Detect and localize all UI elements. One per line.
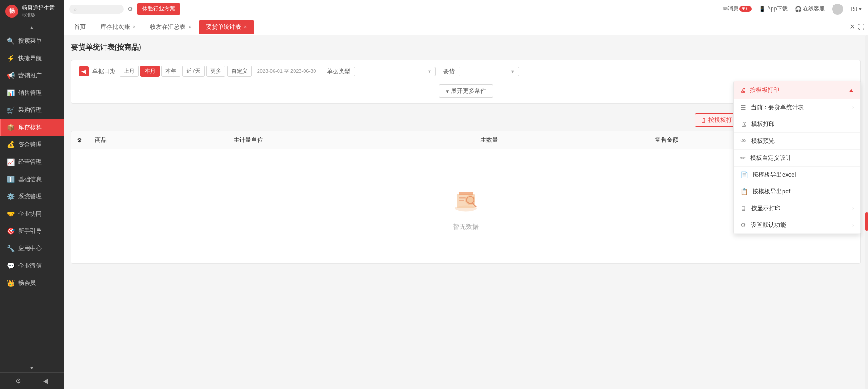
sidebar-item-basic-info[interactable]: ℹ️ 基础信息 bbox=[0, 171, 64, 188]
sidebar-item-purchase[interactable]: 🛒 采购管理 bbox=[0, 101, 64, 119]
sidebar-scroll-down[interactable]: ▼ bbox=[0, 363, 64, 372]
date-btn-last-7days[interactable]: 近7天 bbox=[182, 66, 205, 77]
date-btn-more[interactable]: 更多 bbox=[206, 66, 225, 77]
online-service-item[interactable]: 🎧 在线客服 bbox=[795, 5, 825, 13]
sidebar-item-enterprise[interactable]: 🤝 企业协同 bbox=[0, 205, 64, 222]
tab-receipt-summary-label: 收发存汇总表 bbox=[150, 23, 185, 31]
dropdown-export-pdf-label: 按模板导出pdf bbox=[753, 187, 790, 196]
sidebar-item-label: 系统管理 bbox=[18, 192, 42, 201]
industry-solution-button[interactable]: 体验行业方案 bbox=[137, 3, 180, 15]
tab-receipt-summary-close[interactable]: × bbox=[188, 24, 191, 30]
quick-nav-icon: ⚡ bbox=[7, 55, 15, 62]
sidebar-item-operations[interactable]: 📈 经营管理 bbox=[0, 153, 64, 171]
date-btn-prev-month[interactable]: 上月 bbox=[120, 66, 139, 77]
print-template-dropdown: 🖨 按模板打印 ▲ ☰ 当前：要货单统计表 › 🖨 模板打印 👁 模板预览 ✏ bbox=[733, 81, 861, 234]
sidebar-item-label: 经营管理 bbox=[18, 158, 42, 166]
messages-item[interactable]: ✉ 消息 99+ bbox=[723, 5, 752, 13]
sidebar-scroll-up[interactable]: ▲ bbox=[0, 23, 64, 32]
dropdown-current-template[interactable]: ☰ 当前：要货单统计表 › bbox=[734, 99, 860, 116]
dropdown-set-default[interactable]: ⚙ 设置默认功能 › bbox=[734, 217, 860, 234]
sidebar-item-marketing[interactable]: 📢 营销推广 bbox=[0, 67, 64, 84]
dropdown-export-excel[interactable]: 📄 按模板导出excel bbox=[734, 167, 860, 183]
sidebar-item-label: 畅会员 bbox=[18, 279, 36, 287]
printer-icon: 🖨 bbox=[701, 117, 707, 124]
sidebar-item-inventory[interactable]: 📦 库存核算 bbox=[0, 119, 64, 136]
date-filter-label: 单据日期 bbox=[92, 67, 116, 76]
sidebar-item-sales[interactable]: 📊 销售管理 bbox=[0, 84, 64, 101]
tab-inventory-batch[interactable]: 库存批次账 × bbox=[94, 20, 142, 34]
sidebar-item-system[interactable]: ⚙️ 系统管理 bbox=[0, 188, 64, 205]
dropdown-chevron-up[interactable]: ▲ bbox=[848, 87, 854, 93]
tab-receipt-summary[interactable]: 收发存汇总表 × bbox=[143, 20, 198, 34]
dropdown-template-print[interactable]: 🖨 模板打印 bbox=[734, 116, 860, 133]
table-settings-col[interactable]: ⚙ bbox=[71, 131, 90, 149]
tab-order-stats-close[interactable]: × bbox=[244, 24, 247, 30]
chevron-down-icon: ▼ bbox=[858, 6, 863, 11]
sidebar-item-newbie[interactable]: 🎯 新手引导 bbox=[0, 222, 64, 240]
dropdown-header-left: 🖨 按模板打印 bbox=[740, 86, 779, 94]
marketing-icon: 📢 bbox=[7, 72, 15, 79]
type-filter-label: 单据类型 bbox=[327, 67, 350, 76]
date-btn-current-year[interactable]: 本年 bbox=[161, 66, 180, 77]
sidebar-item-label: 快捷导航 bbox=[18, 54, 42, 62]
svg-rect-6 bbox=[459, 197, 466, 198]
system-icon: ⚙️ bbox=[7, 193, 15, 200]
chevron-down-icon3: ▾ bbox=[446, 88, 449, 95]
avatar bbox=[832, 4, 843, 15]
order-type-select[interactable]: ▼ bbox=[459, 67, 519, 76]
type-filter-select[interactable]: ▼ bbox=[354, 67, 436, 76]
sidebar-item-search[interactable]: 🔍 搜索菜单 bbox=[0, 32, 64, 50]
set-default-left: ⚙ 设置默认功能 bbox=[740, 221, 786, 229]
sidebar-item-app-center[interactable]: 🔧 应用中心 bbox=[0, 240, 64, 257]
dropdown-template-preview-label: 模板预览 bbox=[751, 137, 775, 145]
tab-inventory-batch-close[interactable]: × bbox=[133, 24, 135, 30]
headset-icon: 🎧 bbox=[795, 6, 802, 12]
settings-footer-icon[interactable]: ⚙ bbox=[15, 377, 21, 384]
sidebar-item-quick-nav[interactable]: ⚡ 快捷导航 bbox=[0, 50, 64, 67]
app-download-item[interactable]: 📱 App下载 bbox=[759, 5, 788, 13]
collapse-footer-icon[interactable]: ◀ bbox=[43, 377, 48, 384]
scrollbar-thumb[interactable] bbox=[865, 212, 868, 231]
app-download-label: App下载 bbox=[767, 5, 788, 13]
dropdown-display-print[interactable]: 🖥 按显示打印 › bbox=[734, 200, 860, 217]
user-avatar-item[interactable] bbox=[832, 4, 843, 15]
tab-bar-expand-button[interactable]: ⛶ bbox=[858, 23, 864, 30]
tab-order-stats[interactable]: 要货单统计表 × bbox=[199, 20, 254, 34]
dropdown-template-custom[interactable]: ✏ 模板自定义设计 bbox=[734, 150, 860, 167]
sidebar-item-member[interactable]: 👑 畅会员 bbox=[0, 274, 64, 292]
dropdown-export-pdf[interactable]: 📋 按模板导出pdf bbox=[734, 183, 860, 200]
template-preview-icon: 👁 bbox=[740, 137, 747, 145]
sidebar-item-label: 资金管理 bbox=[18, 141, 42, 149]
dropdown-template-print-label: 模板打印 bbox=[751, 120, 775, 128]
sidebar: 畅 畅康通好生意 标准版 ▲ 🔍 搜索菜单 ⚡ 快捷导航 📢 营销推广 📊 销售… bbox=[0, 0, 64, 389]
newbie-icon: 🎯 bbox=[7, 227, 15, 235]
user-name-item[interactable]: Rit ▼ bbox=[850, 6, 863, 12]
order-type-filter-label: 要货 bbox=[443, 67, 455, 76]
tab-home[interactable]: 首页 bbox=[67, 20, 93, 34]
date-btn-custom[interactable]: 自定义 bbox=[227, 66, 252, 77]
sidebar-footer: ⚙ ◀ bbox=[0, 372, 64, 389]
top-header: ⌕ ⚙ 体验行业方案 ✉ 消息 99+ 📱 App下载 🎧 在线客服 bbox=[64, 0, 868, 18]
search-icon: 🔍 bbox=[7, 37, 15, 45]
dropdown-template-preview[interactable]: 👁 模板预览 bbox=[734, 133, 860, 150]
filter-expand-arrow[interactable]: ◀ bbox=[79, 66, 89, 76]
scrollbar-track[interactable] bbox=[865, 35, 868, 389]
sidebar-item-label: 新手引导 bbox=[18, 227, 42, 235]
expand-more-conditions-button[interactable]: ▾ 展开更多条件 bbox=[439, 84, 493, 98]
printer-dropdown-icon: 🖨 bbox=[740, 87, 746, 94]
template-custom-icon: ✏ bbox=[740, 154, 746, 162]
excel-icon: 📄 bbox=[740, 171, 748, 178]
settings-icon[interactable]: ⚙ bbox=[127, 5, 133, 13]
tab-bar-close-button[interactable]: ✕ bbox=[849, 23, 855, 30]
app-logo: 畅 畅康通好生意 标准版 bbox=[0, 0, 64, 23]
tab-bar-right: ✕ ⛶ bbox=[849, 23, 864, 30]
sidebar-item-wechat[interactable]: 💬 企业微信 bbox=[0, 257, 64, 274]
enterprise-icon: 🤝 bbox=[7, 210, 15, 217]
sales-icon: 📊 bbox=[7, 89, 15, 96]
mobile-icon: 📱 bbox=[759, 6, 766, 12]
sidebar-item-finance[interactable]: 💰 资金管理 bbox=[0, 136, 64, 153]
tab-bar: 首页 库存批次账 × 收发存汇总表 × 要货单统计表 × ✕ ⛶ bbox=[64, 18, 868, 35]
date-btn-current-month[interactable]: 本月 bbox=[140, 66, 160, 77]
svg-rect-7 bbox=[459, 200, 464, 201]
header-search-box[interactable]: ⌕ bbox=[69, 5, 124, 14]
